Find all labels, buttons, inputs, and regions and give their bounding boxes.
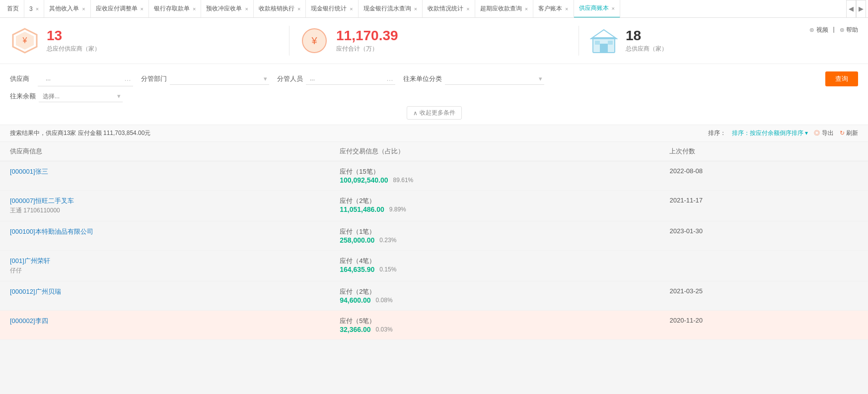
tx-count: 应付（1笔） <box>340 227 650 236</box>
close-icon[interactable]: × <box>245 6 248 12</box>
close-icon[interactable]: × <box>565 6 568 12</box>
result-text: 搜索结果中，供应商13家 应付金额 111,703,854.00元 <box>10 129 150 137</box>
close-icon[interactable]: × <box>612 5 615 11</box>
close-icon[interactable]: × <box>193 6 196 12</box>
nav-tab-label: 首页 <box>7 4 19 13</box>
tx-info-cell: 应付（15笔）100,092,540.0089.61% <box>330 161 659 191</box>
close-icon[interactable]: × <box>350 6 353 12</box>
store-icon <box>589 26 619 56</box>
balance-input[interactable] <box>43 93 117 100</box>
close-icon[interactable]: × <box>466 6 469 12</box>
balance-dropdown-icon: ▾ <box>117 92 121 100</box>
nav-tab-receipt-verify[interactable]: 收款核销执行 × <box>254 0 306 18</box>
nav-tab-3[interactable]: 3 × <box>24 0 44 18</box>
nav-scroll-right[interactable]: ▶ <box>856 0 866 18</box>
person-input-wrap[interactable]: … <box>306 72 395 85</box>
tx-amount[interactable]: 164,635.90 <box>340 265 374 273</box>
last-pay-cell: 2022-08-08 <box>659 161 868 191</box>
nav-tab-prepay[interactable]: 预收冲应收单 × <box>201 0 253 18</box>
svg-text:¥: ¥ <box>311 35 317 46</box>
tx-amount[interactable]: 258,000.00 <box>340 236 374 244</box>
payment-icon: ¥ <box>299 26 329 56</box>
nav-tab-label: 其他收入单 <box>49 4 79 13</box>
col-header-last-pay: 上次付数 <box>659 142 868 161</box>
supplier-link[interactable]: [001]广州荣轩 <box>10 257 50 264</box>
supplier-sub-info: 仔仔 <box>10 266 320 275</box>
refresh-link[interactable]: ↻ 刷新 <box>840 129 858 137</box>
close-icon[interactable]: × <box>82 6 85 12</box>
supplier-link[interactable]: [000100]本特勤油品有限公司 <box>10 228 93 235</box>
close-icon[interactable]: × <box>36 6 39 12</box>
category-input-wrap[interactable]: ▾ <box>445 73 544 85</box>
close-icon[interactable]: × <box>141 6 144 12</box>
total-suppliers-label: 总供应商（家） <box>626 45 667 53</box>
nav-tab-label: 银行存取款单 <box>154 4 190 13</box>
total-suppliers-number: 18 <box>626 28 667 44</box>
dept-filter-label: 分管部门 <box>141 74 167 83</box>
nav-tab-supplier-ledger[interactable]: 供应商账本 × <box>574 0 620 18</box>
nav-tab-bank-deposit[interactable]: 银行存取款单 × <box>149 0 201 18</box>
result-actions: 排序： 排序：按应付余额倒序排序 ▾ ◎ 导出 ↻ 刷新 <box>708 129 858 137</box>
sort-link[interactable]: 排序：按应付余额倒序排序 ▾ <box>732 129 808 137</box>
nav-tab-home[interactable]: 首页 <box>2 0 24 18</box>
tx-count: 应付（5笔） <box>340 317 650 326</box>
help-link[interactable]: ⊙ 帮助 <box>840 26 858 34</box>
close-icon[interactable]: × <box>525 6 528 12</box>
nav-tab-customer-ledger[interactable]: 客户账本 × <box>533 0 574 18</box>
supplier-link[interactable]: [000012]广州贝瑞 <box>10 288 61 295</box>
query-button[interactable]: 查询 <box>825 71 858 86</box>
nav-scroll-left[interactable]: ◀ <box>846 0 856 18</box>
supplier-link[interactable]: [000007]恒旺二手叉车 <box>10 197 74 204</box>
ap-suppliers-label: 总应付供应商（家） <box>47 45 100 53</box>
tx-amount[interactable]: 100,092,540.00 <box>340 176 388 184</box>
nav-tab-label: 供应商账本 <box>579 4 609 12</box>
last-pay-date: 2023-01-30 <box>669 227 703 235</box>
table-row: [000007]恒旺二手叉车王通 17106110000应付（2笔）11,051… <box>0 191 868 221</box>
nav-tab-label: 应收应付调整单 <box>96 4 138 13</box>
nav-tab-overdue-ar[interactable]: 超期应收款查询 × <box>475 0 533 18</box>
tx-percent: 9.89% <box>389 206 406 213</box>
divider-2 <box>579 26 579 56</box>
supplier-input-wrap[interactable]: … <box>38 71 133 86</box>
summary-card-ap-suppliers: ¥ 13 总应付供应商（家） <box>10 26 279 56</box>
nav-tab-receipt-stat[interactable]: 收款情况统计 × <box>423 0 475 18</box>
last-pay-date: 2020-11-20 <box>669 317 703 324</box>
table-row: [001]广州荣轩仔仔应付（4笔）164,635.900.15% <box>0 251 868 281</box>
video-link[interactable]: ⊙ 视频 <box>809 26 828 34</box>
category-input[interactable] <box>449 75 539 82</box>
supplier-input[interactable] <box>42 73 124 84</box>
supplier-link[interactable]: [000002]李四 <box>10 317 48 325</box>
tx-count: 应付（4笔） <box>340 257 650 265</box>
tx-info-cell: 应付（5笔）32,366.000.03% <box>330 311 659 340</box>
sort-label: 排序： <box>708 129 726 137</box>
supplier-info-cell: [000002]李四 <box>0 311 330 340</box>
data-table-container: 供应商信息 应付交易信息（占比） 上次付数 [000001]张三应付（15笔）1… <box>0 142 868 340</box>
tx-info-cell: 应付（2笔）94,600.000.08% <box>330 281 659 311</box>
tx-amount[interactable]: 11,051,486.00 <box>340 205 384 213</box>
tx-amount[interactable]: 94,600.00 <box>340 296 370 304</box>
export-link[interactable]: ◎ 导出 <box>814 129 833 137</box>
close-icon[interactable]: × <box>414 6 417 12</box>
nav-tab-cash-bank-stat[interactable]: 现金银行统计 × <box>306 0 358 18</box>
dept-input-wrap[interactable]: ▾ <box>170 73 269 85</box>
tx-amount[interactable]: 32,366.00 <box>340 326 370 333</box>
summary-ap-suppliers-text: 13 总应付供应商（家） <box>47 28 100 53</box>
collapse-button[interactable]: ∧ 收起更多条件 <box>407 106 462 120</box>
nav-tab-label: 预收冲应收单 <box>206 4 242 13</box>
svg-rect-9 <box>608 41 613 45</box>
supplier-info-cell: [000007]恒旺二手叉车王通 17106110000 <box>0 191 330 221</box>
close-icon[interactable]: × <box>297 6 300 12</box>
filter-supplier: 供应商 … <box>10 71 133 86</box>
supplier-link[interactable]: [000001]张三 <box>10 168 48 175</box>
nav-tab-other-income[interactable]: 其他收入单 × <box>44 0 90 18</box>
nav-tab-cash-bank-flow[interactable]: 现金银行流水查询 × <box>359 0 423 18</box>
dept-input[interactable] <box>174 75 264 82</box>
person-input[interactable] <box>310 75 386 82</box>
last-pay-date: 2021-11-17 <box>669 197 703 204</box>
dept-dropdown-icon: ▾ <box>264 75 267 82</box>
tx-percent: 0.15% <box>379 266 396 273</box>
nav-tab-ap-adjust[interactable]: 应收应付调整单 × <box>91 0 149 18</box>
balance-select-wrap[interactable]: ▾ <box>39 90 123 102</box>
tx-percent: 89.61% <box>393 177 414 184</box>
nav-tab-label: 超期应收款查询 <box>480 4 522 13</box>
